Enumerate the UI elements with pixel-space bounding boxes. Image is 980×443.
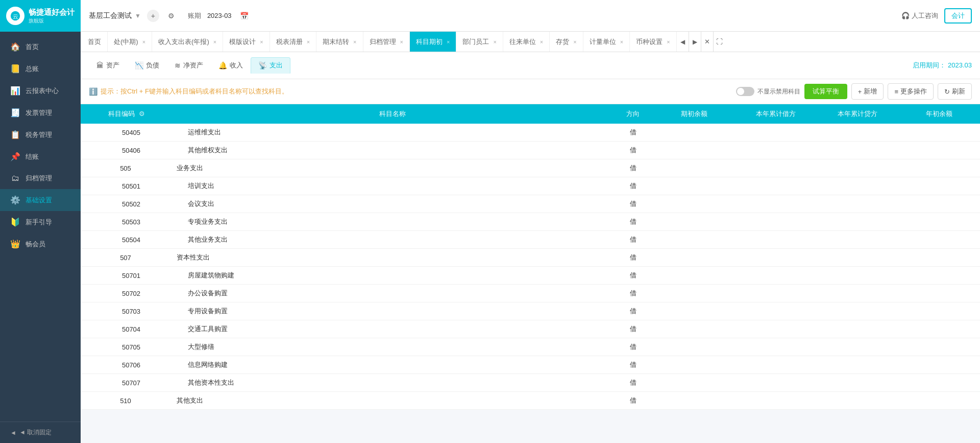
table-row[interactable]: 50501 培训支出 借 [81,177,980,195]
table-row[interactable]: 50703 专用设备购置 借 [81,302,980,320]
tab-year-end-close[interactable]: × [353,39,356,45]
collapse-label: ◄ 取消固定 [19,428,52,437]
refresh-button[interactable]: ↻ 刷新 [938,83,972,100]
balance-calc-button[interactable]: 试算平衡 [804,84,847,99]
cell-year-debit [735,285,817,302]
svg-text:云: 云 [13,13,18,19]
table-row[interactable]: 50707 其他资本性支出 借 [81,374,980,392]
table-row[interactable]: 50502 会议支出 借 [81,195,980,213]
sub-tab-expense[interactable]: 📡 支出 [251,57,290,74]
tab-interim-label: 处(中期) [114,37,138,46]
add-workspace-button[interactable]: + [147,10,159,22]
cell-year-balance [898,302,980,320]
sub-tab-liability[interactable]: 📉 负债 [127,57,167,74]
sidebar-collapse-btn[interactable]: ◄ ◄ 取消固定 [0,422,81,443]
table-row[interactable]: 50405 运维维支出 借 [81,124,980,142]
tab-currency-close[interactable]: × [667,39,670,45]
account-button[interactable]: 会计 [944,8,972,24]
subject-table: 科目编码 ⚙ 科目名称 方向 期初余额 本年累计借方 本年累计贷方 年初余额 5… [81,104,980,410]
sidebar-item-archive[interactable]: 🗂 归档管理 [0,168,81,189]
calendar-icon[interactable]: 📅 [240,12,249,20]
cell-direction: 借 [612,159,653,177]
tab-contacts[interactable]: 往来单位 × [503,32,550,52]
add-label: 新增 [864,87,877,96]
col-header-direction: 方向 [612,104,653,124]
sub-tab-income[interactable]: 🔔 收入 [211,57,251,74]
tab-income-label: 收入支出表(年报) [158,37,209,46]
company-selector[interactable]: 基层工会测试 ▼ [89,11,141,20]
tab-dept-staff-close[interactable]: × [493,39,496,45]
cell-balance [653,320,735,338]
tab-contacts-close[interactable]: × [540,39,543,45]
cell-balance [653,302,735,320]
tab-year-end[interactable]: 期末结转 × [316,32,363,52]
tab-template-close[interactable]: × [260,39,263,45]
table-row[interactable]: 510 其他支出 借 [81,392,980,410]
cell-year-debit [735,213,817,231]
tab-income-close[interactable]: × [213,39,216,45]
tab-dept-staff-label: 部门员工 [462,37,489,46]
period-info-value: 2023.03 [948,61,972,69]
tab-maximize-button[interactable]: ⛶ [714,32,726,52]
cell-balance [653,285,735,302]
sidebar-item-reports[interactable]: 📊 云报表中心 [0,80,81,102]
customer-service-button[interactable]: 🎧 人工咨询 [901,11,938,20]
cell-balance [653,374,735,392]
tab-template[interactable]: 模版设计 × [223,32,270,52]
tab-inventory[interactable]: 存货 × [550,32,583,52]
tab-subject-period-close[interactable]: × [447,39,450,45]
sidebar-item-guide[interactable]: 🔰 新手引导 [0,211,81,233]
tab-tax-clear-close[interactable]: × [307,39,310,45]
sidebar-item-home[interactable]: 🏠 首页 [0,36,81,58]
tab-interim-close[interactable]: × [142,39,145,45]
table-row[interactable]: 50704 交通工具购置 借 [81,320,980,338]
tab-archive-mgr-close[interactable]: × [400,39,403,45]
sidebar-item-closing[interactable]: 📌 结账 [0,146,81,168]
tab-inventory-close[interactable]: × [573,39,576,45]
tab-close-all-button[interactable]: ✕ [701,32,714,52]
tab-interim[interactable]: 处(中期) × [108,32,152,52]
table-row[interactable]: 50702 办公设备购置 借 [81,285,980,302]
sidebar-item-tax[interactable]: 📋 税务管理 [0,124,81,146]
table-row[interactable]: 50706 信息网络购建 借 [81,356,980,374]
more-actions-button[interactable]: ≡ 更多操作 [888,83,934,100]
table-row[interactable]: 507 资本性支出 借 [81,249,980,267]
sub-tab-net-asset[interactable]: ≋ 净资产 [167,57,211,74]
tab-prev-button[interactable]: ◀ [677,32,689,52]
tab-income[interactable]: 收入支出表(年报) × [152,32,223,52]
cell-direction: 借 [612,338,653,356]
tab-year-end-label: 期末结转 [323,37,349,46]
tab-home[interactable]: 首页 [82,32,108,52]
expense-icon: 📡 [258,61,267,69]
tab-dept-staff[interactable]: 部门员工 × [456,32,503,52]
action-bar: ℹ️ 提示：按Ctrl + F键并输入科目编码或者科目名称可以查找科目。 不显示… [81,79,980,104]
disabled-toggle[interactable] [736,87,754,96]
cell-code: 510 [81,392,173,410]
sub-tab-net-asset-label: 净资产 [183,61,203,70]
cell-year-credit [817,249,898,267]
sidebar-item-ledger[interactable]: 📒 总账 [0,58,81,80]
sidebar-item-invoice[interactable]: 🧾 发票管理 [0,102,81,124]
tab-tax-clear[interactable]: 税表清册 × [270,32,316,52]
column-settings-icon[interactable]: ⚙ [139,110,145,118]
tab-unit-close[interactable]: × [620,39,623,45]
table-row[interactable]: 50504 其他业务支出 借 [81,231,980,249]
table-row[interactable]: 50701 房屋建筑物购建 借 [81,267,980,285]
add-button[interactable]: + 新增 [851,83,884,100]
tab-archive-mgr[interactable]: 归档管理 × [363,32,410,52]
tab-next-button[interactable]: ▶ [689,32,701,52]
table-row[interactable]: 50503 专项业务支出 借 [81,213,980,231]
cell-year-debit [735,249,817,267]
tab-currency[interactable]: 币种设置 × [630,32,676,52]
tab-subject-period[interactable]: 科目期初 × [410,32,456,52]
sidebar-item-settings[interactable]: ⚙️ 基础设置 [0,189,81,211]
table-row[interactable]: 50406 其他维权支出 借 [81,142,980,159]
workspace-settings-button[interactable]: ⚙ [165,10,178,22]
sidebar-item-member[interactable]: 👑 畅会员 [0,233,81,255]
sub-tab-asset[interactable]: 🏛 资产 [89,57,127,74]
cell-year-credit [817,142,898,159]
tab-unit[interactable]: 计量单位 × [583,32,630,52]
cell-year-credit [817,285,898,302]
table-row[interactable]: 505 业务支出 借 [81,159,980,177]
table-row[interactable]: 50705 大型修缮 借 [81,338,980,356]
